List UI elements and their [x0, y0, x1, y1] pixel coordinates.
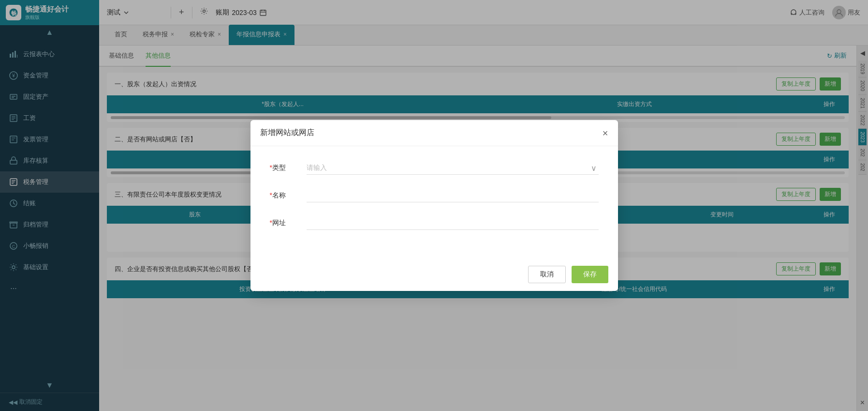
form-row-url: *网址: [270, 216, 599, 230]
type-input[interactable]: [307, 161, 599, 175]
modal-overlay[interactable]: 新增网站或网店 × *类型 ∨ *名称: [0, 0, 868, 411]
url-input-wrapper: [307, 216, 599, 230]
type-label: *类型: [270, 164, 299, 172]
name-input-wrapper: [307, 188, 599, 202]
type-input-wrapper: ∨: [307, 161, 599, 175]
modal-header: 新增网站或网店 ×: [250, 120, 618, 146]
modal-close-button[interactable]: ×: [603, 128, 608, 138]
url-input[interactable]: [307, 216, 599, 230]
modal-body: *类型 ∨ *名称 *网址: [250, 146, 618, 258]
cancel-button[interactable]: 取消: [528, 266, 566, 283]
name-label: *名称: [270, 191, 299, 200]
form-row-name: *名称: [270, 188, 599, 202]
add-website-modal: 新增网站或网店 × *类型 ∨ *名称: [250, 120, 618, 291]
modal-title: 新增网站或网店: [260, 128, 314, 138]
save-button[interactable]: 保存: [572, 266, 608, 283]
modal-footer: 取消 保存: [250, 258, 618, 291]
type-dropdown-icon: ∨: [591, 163, 597, 172]
form-row-type: *类型 ∨: [270, 161, 599, 175]
url-label: *网址: [270, 219, 299, 228]
name-input[interactable]: [307, 188, 599, 202]
